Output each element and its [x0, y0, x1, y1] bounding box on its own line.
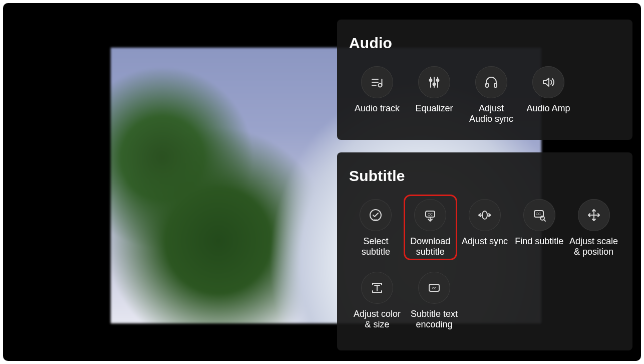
sync-icon — [469, 199, 501, 231]
svg-point-6 — [430, 79, 432, 82]
svg-point-18 — [482, 211, 487, 219]
headphones-icon — [475, 66, 507, 98]
svg-point-3 — [379, 84, 382, 87]
subtitle-panel-title: Subtitle — [349, 167, 620, 185]
svg-text:CC: CC — [428, 213, 433, 216]
adjust-sync-label: Adjust sync — [462, 236, 508, 247]
adjust-scale-position-button[interactable]: Adjust scale & position — [567, 195, 620, 260]
audio-amp-button[interactable]: Audio Amp — [520, 62, 576, 127]
svg-point-8 — [433, 83, 436, 86]
audio-panel: Audio Audio track — [337, 20, 632, 140]
find-subtitle-label: Find subtitle — [515, 236, 563, 247]
svg-rect-12 — [494, 83, 497, 87]
svg-text:CC: CC — [536, 212, 541, 216]
cc-check-icon: cc — [360, 199, 392, 231]
subtitle-text-encoding-button[interactable]: ĉĉ Subtitle text encoding — [406, 267, 462, 333]
audio-amp-label: Audio Amp — [526, 103, 570, 114]
select-subtitle-button[interactable]: cc Select subtitle — [349, 195, 403, 260]
adjust-audio-sync-label: Adjust Audio sync — [469, 103, 513, 124]
svg-point-10 — [437, 79, 439, 82]
svg-text:cc: cc — [374, 218, 377, 221]
svg-text:ĉĉ: ĉĉ — [432, 286, 436, 290]
subtitle-panel: Subtitle cc Select subtitle — [337, 152, 632, 350]
cc-search-icon: CC — [523, 199, 555, 231]
adjust-color-size-label: Adjust color & size — [354, 309, 401, 329]
audio-panel-title: Audio — [349, 35, 620, 52]
cc-download-icon: CC — [414, 199, 446, 231]
adjust-color-size-button[interactable]: Adjust color & size — [349, 267, 405, 333]
subtitle-text-encoding-label: Subtitle text encoding — [411, 309, 458, 329]
equalizer-label: Equalizer — [415, 103, 453, 114]
audio-track-icon — [361, 66, 393, 98]
select-subtitle-label: Select subtitle — [362, 236, 390, 257]
adjust-sync-button[interactable]: Adjust sync — [458, 195, 512, 260]
find-subtitle-button[interactable]: CC Find subtitle — [512, 195, 566, 260]
download-subtitle-button[interactable]: CC Download subtitle — [404, 195, 457, 260]
adjust-audio-sync-button[interactable]: Adjust Audio sync — [463, 62, 519, 127]
audio-track-label: Audio track — [355, 103, 400, 114]
text-style-icon — [361, 272, 393, 304]
audio-track-button[interactable]: Audio track — [349, 62, 405, 127]
equalizer-icon — [418, 66, 450, 98]
svg-rect-11 — [486, 83, 488, 87]
speaker-icon — [532, 66, 564, 98]
svg-line-24 — [544, 220, 545, 221]
move-icon — [578, 199, 610, 231]
equalizer-button[interactable]: Equalizer — [406, 62, 462, 127]
player-frame: Audio Audio track — [3, 3, 641, 361]
cc-encoding-icon: ĉĉ — [418, 272, 450, 304]
adjust-scale-position-label: Adjust scale & position — [569, 236, 618, 257]
download-subtitle-label: Download subtitle — [410, 236, 450, 257]
